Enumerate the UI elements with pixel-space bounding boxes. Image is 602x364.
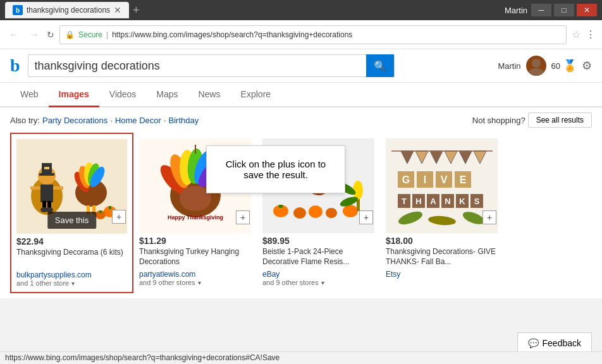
svg-marker-74 (474, 151, 486, 164)
status-bar: https://www.bing.com/images/shop/search?… (0, 351, 602, 364)
svg-rect-60 (279, 205, 283, 208)
svg-text:S: S (474, 197, 479, 206)
svg-text:Happy Thanksgiving: Happy Thanksgiving (167, 214, 223, 221)
status-url: https://www.bing.com/images/shop/search?… (5, 353, 280, 362)
minimize-btn[interactable]: ─ (531, 4, 551, 16)
tab-explore[interactable]: Explore (231, 83, 281, 107)
product-other-stores-2: and 9 other stores ▾ (139, 279, 251, 286)
svg-text:V: V (440, 174, 447, 185)
tab-maps[interactable]: Maps (146, 83, 188, 107)
url-bar[interactable]: 🔒 Secure | https://www.bing.com/images/s… (59, 25, 567, 44)
tooltip-text: Click on the plus icon to save the resul… (226, 159, 326, 180)
search-box: 🔍 (28, 54, 395, 77)
title-bar: b thanksgiving decorations ✕ + Martin ─ … (0, 0, 602, 20)
svg-rect-5 (39, 173, 54, 176)
dropdown-arrow-1[interactable]: ▾ (71, 280, 75, 287)
product-other-stores-1: and 1 other store ▾ (16, 279, 127, 287)
product-title-3: Beistle 1-Pack 24-Piece Decorative Flame… (262, 247, 374, 267)
product-plus-btn-2[interactable]: + (236, 210, 250, 224)
svg-text:A: A (430, 197, 436, 206)
feedback-icon: 💬 (528, 338, 539, 348)
tab-favicon: b (13, 5, 23, 15)
svg-marker-69 (401, 151, 414, 164)
menu-icon[interactable]: ⋮ (586, 28, 596, 40)
product-store-4[interactable]: Etsy (386, 270, 498, 279)
bing-header: b 🔍 Martin 60 🏅 ⚙ (0, 49, 602, 83)
svg-point-96 (396, 209, 424, 227)
svg-text:I: I (423, 174, 426, 185)
also-try: Also try: Party Decorations · Home Decor… (10, 112, 592, 128)
title-bar-left: b thanksgiving decorations ✕ + (5, 2, 501, 18)
product-card-4: G I V E T H A N K (380, 133, 503, 293)
svg-point-63 (326, 208, 337, 218)
feedback-button[interactable]: 💬 Feedback (517, 332, 592, 354)
url-separator: | (106, 30, 108, 39)
also-try-sep2: · (164, 116, 166, 125)
product-price-1: $22.94 (16, 236, 127, 246)
svg-rect-6 (44, 167, 49, 169)
product-plus-btn-1[interactable]: + (112, 210, 126, 224)
product-store-1[interactable]: bulkpartysupplies.com (16, 270, 127, 279)
user-name: Martin (498, 61, 520, 71)
search-input[interactable] (28, 59, 366, 73)
not-shopping-label: Not shopping? (472, 116, 525, 125)
svg-point-1 (529, 68, 544, 76)
svg-rect-28 (99, 210, 102, 213)
see-all-results-btn[interactable]: See all results (528, 112, 592, 128)
product-image-4[interactable]: G I V E T H A N K (386, 138, 498, 233)
product-store-2[interactable]: partyatlewis.com (139, 270, 251, 279)
forward-btn[interactable]: → (27, 28, 42, 42)
tab-videos[interactable]: Videos (99, 83, 147, 107)
dropdown-arrow-3[interactable]: ▾ (321, 279, 324, 286)
svg-text:K: K (459, 197, 465, 206)
window-controls: ─ □ ✕ (531, 4, 597, 16)
content-area: Also try: Party Decorations · Home Decor… (0, 107, 602, 298)
also-try-party[interactable]: Party Decorations (42, 116, 108, 125)
svg-point-61 (293, 207, 306, 219)
new-tab-btn[interactable]: + (133, 4, 140, 17)
svg-point-62 (309, 205, 322, 218)
tab-title: thanksgiving decorations (27, 6, 110, 15)
product-title-4: Thanksgiving Decorations- GIVE THANKS- F… (386, 247, 498, 267)
tab-images[interactable]: Images (49, 83, 99, 107)
medal-icon: 🏅 (563, 59, 577, 73)
points-value: 60 (551, 61, 560, 71)
settings-icon[interactable]: ⚙ (582, 59, 592, 73)
nav-tabs: Web Images Videos Maps News Explore (0, 83, 602, 107)
reload-btn[interactable]: ↻ (47, 30, 54, 40)
product-price-2: $11.29 (139, 236, 251, 246)
svg-text:N: N (445, 197, 450, 206)
product-plus-btn-3[interactable]: + (359, 210, 373, 224)
svg-marker-72 (445, 151, 457, 164)
window-user: Martin (505, 6, 527, 15)
secure-label: Secure (78, 30, 102, 39)
product-card-1: Save this + $22.94 Thanksgiving Decorama… (10, 133, 133, 293)
maximize-btn[interactable]: □ (554, 4, 574, 16)
back-btn[interactable]: ← (6, 28, 22, 42)
tab-close-btn[interactable]: ✕ (114, 5, 121, 15)
svg-text:G: G (402, 174, 409, 185)
product-plus-btn-4[interactable]: + (482, 210, 496, 224)
browser-tab[interactable]: b thanksgiving decorations ✕ (5, 2, 129, 18)
search-button[interactable]: 🔍 (366, 54, 394, 77)
also-try-homedecor[interactable]: Home Decor (115, 116, 161, 125)
tooltip-box: Click on the plus icon to save the resul… (206, 145, 345, 193)
close-btn[interactable]: ✕ (577, 4, 597, 16)
svg-text:H: H (415, 197, 421, 206)
svg-rect-8 (30, 186, 40, 190)
tab-news[interactable]: News (188, 83, 231, 107)
svg-text:T: T (402, 197, 407, 206)
svg-rect-9 (53, 186, 63, 190)
feedback-label: Feedback (543, 338, 581, 348)
product-title-1: Thanksgiving Decorama (6 kits) (16, 248, 127, 268)
dropdown-arrow-2[interactable]: ▾ (198, 279, 201, 286)
svg-point-64 (343, 205, 358, 217)
address-bar: ← → ↻ 🔒 Secure | https://www.bing.com/im… (0, 20, 602, 49)
bookmark-icon[interactable]: ☆ (572, 28, 580, 40)
product-store-3[interactable]: eBay (262, 270, 374, 279)
also-try-birthday[interactable]: Birthday (169, 116, 199, 125)
tab-web[interactable]: Web (10, 83, 49, 107)
svg-marker-70 (415, 151, 428, 164)
user-section: Martin 60 🏅 ⚙ (498, 56, 592, 76)
save-overlay[interactable]: Save this (47, 212, 96, 229)
